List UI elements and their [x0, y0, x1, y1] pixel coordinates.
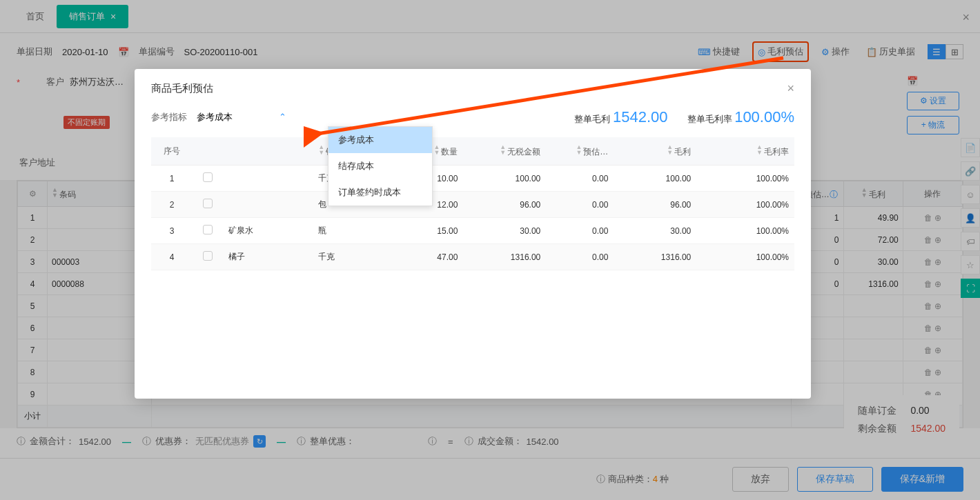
checkbox[interactable] — [203, 172, 213, 182]
mcol-est: 预估… — [583, 147, 608, 157]
modal-rate-value: 100.00% — [734, 108, 794, 126]
modal-profit-label: 整单毛利 — [574, 114, 610, 124]
modal-profit-value: 1542.00 — [613, 108, 668, 126]
mcol-qty: 数量 — [441, 147, 458, 157]
sort-icon[interactable]: ▲▼ — [500, 144, 506, 155]
modal-row[interactable]: 1千克10.00100.000.00100.00100.00% — [151, 166, 794, 192]
mcol-amount: 无税金额 — [507, 147, 540, 157]
ref-input[interactable] — [194, 109, 291, 126]
modal-title: 商品毛利预估 — [151, 82, 213, 95]
checkbox[interactable] — [203, 225, 213, 234]
checkbox[interactable] — [203, 251, 213, 261]
modal-table: 序号 ▲▼销售单位 ▲▼数量 ▲▼无税金额 ▲▼预估… ▲▼毛利 ▲▼毛利率 1… — [151, 137, 794, 270]
profit-modal: 商品毛利预估 × 参考指标 ⌃ 整单毛利 1542.00 整单毛利率 100.0… — [135, 69, 811, 399]
dropdown-option-signing-cost[interactable]: 订单签约时成本 — [329, 179, 432, 206]
dropdown-option-ref-cost[interactable]: 参考成本 — [329, 127, 432, 153]
mcol-rate: 毛利率 — [764, 147, 789, 157]
sort-icon[interactable]: ▲▼ — [667, 144, 673, 155]
sort-icon[interactable]: ▲▼ — [576, 144, 582, 155]
checkbox[interactable] — [203, 199, 213, 208]
sort-icon[interactable]: ▲▼ — [318, 144, 324, 155]
modal-rate-label: 整单毛利率 — [687, 114, 732, 124]
modal-row[interactable]: 3矿泉水瓶15.0030.000.0030.00100.00% — [151, 218, 794, 244]
mcol-seq: 序号 — [151, 137, 193, 166]
ref-indicator-label: 参考指标 — [151, 111, 187, 123]
chevron-up-icon[interactable]: ⌃ — [279, 112, 286, 122]
modal-row[interactable]: 4橘子千克47.001316.000.001316.00100.00% — [151, 244, 794, 270]
sort-icon[interactable]: ▲▼ — [433, 144, 440, 155]
dropdown-option-balance-cost[interactable]: 结存成本 — [329, 153, 432, 179]
ref-dropdown: 参考成本 结存成本 订单签约时成本 — [328, 126, 433, 206]
modal-row[interactable]: 2包12.0096.000.0096.00100.00% — [151, 192, 794, 218]
ref-select[interactable]: ⌃ — [194, 109, 291, 126]
modal-close-icon[interactable]: × — [787, 81, 794, 96]
mcol-profit: 毛利 — [674, 147, 691, 157]
sort-icon[interactable]: ▲▼ — [756, 144, 763, 155]
